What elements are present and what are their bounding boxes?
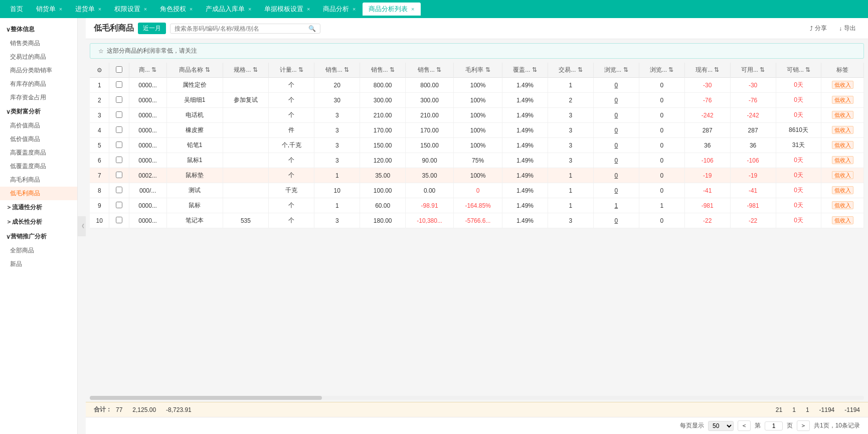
nav-item-home[interactable]: 首页 bbox=[4, 3, 29, 16]
page-size-select[interactable]: 50 100 200 bbox=[708, 421, 734, 431]
nav-item-product-entry[interactable]: 产成品入库单 × bbox=[200, 3, 257, 16]
cell-check[interactable] bbox=[109, 123, 129, 138]
nav-item-purchase[interactable]: 进货单 × bbox=[69, 3, 107, 16]
cell-check[interactable] bbox=[109, 78, 129, 93]
total-info: 共1页，10条记录 bbox=[814, 421, 860, 430]
filter-recent-month-btn[interactable]: 近一月 bbox=[138, 23, 166, 34]
cell-check[interactable] bbox=[109, 183, 129, 198]
cell-check[interactable] bbox=[109, 168, 129, 183]
col-stock[interactable]: 现有... ⇅ bbox=[684, 63, 730, 78]
row-checkbox-0[interactable] bbox=[116, 81, 122, 88]
cell-views[interactable]: 0 bbox=[593, 213, 639, 228]
col-code[interactable]: 商... ⇅ bbox=[129, 63, 166, 78]
row-checkbox-7[interactable] bbox=[116, 187, 122, 193]
export-btn[interactable]: ↓ 导出 bbox=[835, 22, 860, 35]
nav-item-sales[interactable]: 销货单 × bbox=[30, 3, 68, 16]
data-table-wrap[interactable]: ⚙ 商... ⇅ 商品名称 ⇅ 规格... ⇅ 计量... ⇅ 销售... ⇅ … bbox=[90, 63, 864, 394]
sidebar-item-traded-goods[interactable]: 交易过的商品 bbox=[0, 50, 77, 64]
col-margin[interactable]: 毛利率 ⇅ bbox=[454, 63, 502, 78]
nav-item-analysis[interactable]: 商品分析 × bbox=[317, 3, 362, 16]
scrollbar-thumb[interactable] bbox=[90, 396, 322, 400]
col-amount[interactable]: 销售... ⇅ bbox=[360, 63, 406, 78]
row-checkbox-8[interactable] bbox=[116, 202, 122, 208]
col-avail[interactable]: 可用... ⇅ bbox=[730, 63, 776, 78]
col-days[interactable]: 可销... ⇅ bbox=[776, 63, 821, 78]
row-checkbox-1[interactable] bbox=[116, 96, 122, 103]
sidebar-item-high-coverage[interactable]: 高覆盖度商品 bbox=[0, 146, 77, 160]
sidebar-item-new-goods[interactable]: 新品 bbox=[0, 257, 77, 271]
share-btn[interactable]: ⤴ 分享 bbox=[806, 22, 831, 35]
search-input[interactable] bbox=[175, 25, 308, 32]
sidebar-group-wealth[interactable]: ∨ 类财富分析 bbox=[0, 104, 77, 119]
row-checkbox-5[interactable] bbox=[116, 157, 122, 163]
col-trades[interactable]: 交易... ⇅ bbox=[548, 63, 593, 78]
cell-margin: 0 bbox=[454, 183, 502, 198]
row-checkbox-4[interactable] bbox=[116, 141, 122, 148]
nav-close-role[interactable]: × bbox=[190, 6, 193, 12]
col-unit[interactable]: 计量... ⇅ bbox=[269, 63, 314, 78]
sidebar-item-all-goods[interactable]: 全部商品 bbox=[0, 244, 77, 257]
sidebar-group-growth[interactable]: ＞ 成长性分析 bbox=[0, 215, 77, 229]
sidebar-item-low-coverage[interactable]: 低覆盖度商品 bbox=[0, 160, 77, 173]
nav-item-permissions[interactable]: 权限设置 × bbox=[108, 3, 153, 16]
nav-close-sales[interactable]: × bbox=[59, 6, 62, 12]
nav-close-product-entry[interactable]: × bbox=[248, 6, 251, 12]
cell-check[interactable] bbox=[109, 198, 129, 213]
nav-close-purchase[interactable]: × bbox=[98, 6, 101, 12]
sidebar-item-low-value[interactable]: 低价值商品 bbox=[0, 132, 77, 146]
col-profit[interactable]: 销售... ⇅ bbox=[406, 63, 454, 78]
col-coverage[interactable]: 覆盖... ⇅ bbox=[502, 63, 548, 78]
cell-views[interactable]: 0 bbox=[593, 183, 639, 198]
col-views[interactable]: 浏览... ⇅ bbox=[593, 63, 639, 78]
nav-item-role[interactable]: 角色授权 × bbox=[154, 3, 199, 16]
nav-close-analysis-list[interactable]: × bbox=[411, 6, 414, 12]
sidebar-collapse-btn[interactable]: 《 bbox=[78, 216, 86, 236]
nav-close-analysis[interactable]: × bbox=[353, 6, 356, 12]
sidebar-item-stock-capital[interactable]: 库存资金占用 bbox=[0, 91, 77, 104]
cell-views[interactable]: 1 bbox=[593, 198, 639, 213]
select-all-checkbox[interactable] bbox=[116, 66, 122, 73]
cell-views[interactable]: 0 bbox=[593, 108, 639, 123]
prev-page-btn[interactable]: ＜ bbox=[738, 420, 751, 431]
cell-check[interactable] bbox=[109, 138, 129, 153]
col-spec[interactable]: 规格... ⇅ bbox=[223, 63, 269, 78]
nav-close-template[interactable]: × bbox=[307, 6, 310, 12]
cell-views[interactable]: 0 bbox=[593, 138, 639, 153]
sidebar-item-category-rate[interactable]: 商品分类助销率 bbox=[0, 64, 77, 77]
col-settings[interactable]: ⚙ bbox=[90, 63, 109, 78]
col-view-conv[interactable]: 浏览... ⇅ bbox=[639, 63, 684, 78]
cell-unit: 个 bbox=[269, 213, 314, 228]
nav-item-analysis-list[interactable]: 商品分析列表 × bbox=[363, 3, 420, 16]
sidebar-group-marketing[interactable]: ∨ 营销推广分析 bbox=[0, 229, 77, 244]
row-checkbox-9[interactable] bbox=[116, 217, 122, 223]
col-name[interactable]: 商品名称 ⇅ bbox=[166, 63, 223, 78]
sidebar-item-stock-goods[interactable]: 有库存的商品 bbox=[0, 77, 77, 91]
cell-views[interactable]: 0 bbox=[593, 168, 639, 183]
sidebar-group-overall[interactable]: ∨ 整体信息 bbox=[0, 22, 77, 37]
row-checkbox-6[interactable] bbox=[116, 172, 122, 178]
sidebar-group-flow[interactable]: ＞ 流通性分析 bbox=[0, 200, 77, 215]
col-checkbox[interactable] bbox=[109, 63, 129, 78]
cell-check[interactable] bbox=[109, 93, 129, 108]
cell-views[interactable]: 0 bbox=[593, 123, 639, 138]
sidebar-item-sales-goods[interactable]: 销售类商品 bbox=[0, 37, 77, 50]
next-page-btn[interactable]: ＞ bbox=[797, 420, 810, 431]
sidebar-item-high-margin[interactable]: 高毛利商品 bbox=[0, 173, 77, 187]
nav-close-permissions[interactable]: × bbox=[144, 6, 147, 12]
row-checkbox-2[interactable] bbox=[116, 111, 122, 118]
sidebar-item-low-margin[interactable]: 低毛利商品 bbox=[0, 187, 77, 200]
cell-views[interactable]: 0 bbox=[593, 78, 639, 93]
row-checkbox-3[interactable] bbox=[116, 126, 122, 133]
col-qty[interactable]: 销售... ⇅ bbox=[314, 63, 360, 78]
col-tag[interactable]: 标签 bbox=[821, 63, 864, 78]
cell-check[interactable] bbox=[109, 153, 129, 168]
page-number-input[interactable] bbox=[765, 421, 783, 430]
sidebar-item-high-value[interactable]: 高价值商品 bbox=[0, 119, 77, 132]
cell-views[interactable]: 0 bbox=[593, 93, 639, 108]
cell-views[interactable]: 0 bbox=[593, 153, 639, 168]
cell-check[interactable] bbox=[109, 213, 129, 228]
horizontal-scrollbar[interactable] bbox=[90, 396, 864, 400]
nav-item-template[interactable]: 单据模板设置 × bbox=[258, 3, 316, 16]
cell-code: 0000... bbox=[129, 213, 166, 228]
cell-check[interactable] bbox=[109, 108, 129, 123]
